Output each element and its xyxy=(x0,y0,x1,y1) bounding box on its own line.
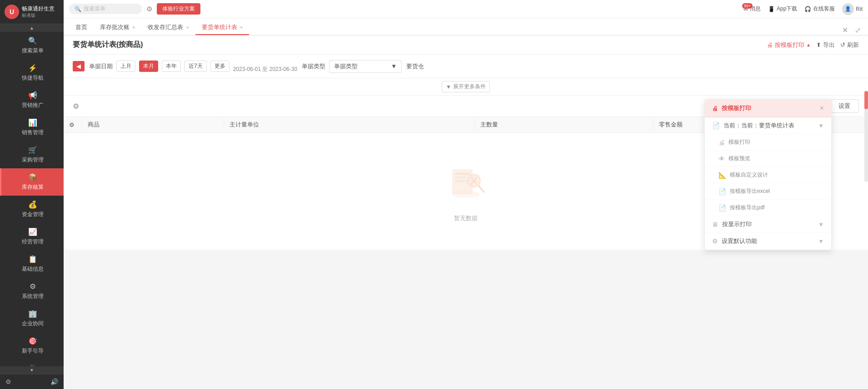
expand-conditions-btn[interactable]: ▼ 展开更多条件 xyxy=(442,81,490,92)
settings-col-btn[interactable]: 设置 xyxy=(830,99,859,113)
tab-order-stats-close[interactable]: × xyxy=(240,25,243,30)
template-export-pdf-item[interactable]: 📄 按模板导出pdf xyxy=(705,200,831,216)
print-template-btn[interactable]: 🖨 按模板打印 ▲ xyxy=(767,41,811,49)
print-menu-close-btn[interactable]: × xyxy=(820,104,824,112)
date-this-year-btn[interactable]: 本年 xyxy=(162,61,181,72)
trial-btn[interactable]: 体验行业方案 xyxy=(157,3,200,15)
sidebar-item-guide[interactable]: 🎯 新手引导 xyxy=(0,332,64,359)
print-dropdown-title: 🖨 按模板打印 xyxy=(712,104,751,112)
sidebar-item-enterprise[interactable]: 🏢 企业协同 xyxy=(0,305,64,332)
refresh-btn[interactable]: ↺ 刷新 xyxy=(840,41,859,49)
tab-home[interactable]: 首页 xyxy=(69,20,94,35)
topbar: 🔍 搜索菜单 ⚙ 体验行业方案 ✉ 99+ 消息 📱 App下载 🎧 在线客服 xyxy=(64,0,868,18)
svg-rect-3 xyxy=(455,177,466,178)
sidebar-item-quick-nav[interactable]: ⚡ 快捷导航 xyxy=(0,59,64,86)
sidebar-item-system[interactable]: ⚙ 系统管理 xyxy=(0,278,64,305)
sidebar-item-label: 资金管理 xyxy=(22,211,44,218)
print-template-label: 按模板打印 xyxy=(775,41,804,49)
template-print-icon: 🖨 xyxy=(718,139,725,146)
finance-icon: 💰 xyxy=(28,200,37,209)
phone-icon: 📱 xyxy=(768,6,775,12)
sidebar-scroll-up[interactable]: ▲ xyxy=(0,24,64,32)
tab-receipts-close[interactable]: × xyxy=(186,25,189,30)
online-service-btn[interactable]: 🎧 在线客服 xyxy=(804,5,835,13)
app-name: 畅康通好生意 xyxy=(22,5,55,13)
template-export-excel-label: 按模板导出excel xyxy=(730,187,770,195)
maximize-tab-btn[interactable]: ⤢ xyxy=(853,26,863,35)
template-preview-label: 模板预览 xyxy=(728,155,750,162)
sidebar-item-label: 销售管理 xyxy=(22,129,44,136)
app-version: 标准版 xyxy=(22,12,55,18)
template-custom-item[interactable]: 📐 模板自定义设计 xyxy=(705,167,831,183)
sidebar-item-inventory[interactable]: 📦 库存核算 xyxy=(0,168,64,196)
template-print-label: 模板打印 xyxy=(728,138,750,146)
refresh-icon: ↺ xyxy=(840,41,845,48)
expand-icon: ▼ xyxy=(446,84,451,90)
user-avatar-btn[interactable]: 👤 Rit xyxy=(842,3,863,15)
sidebar-item-label: 营销推广 xyxy=(22,101,44,109)
export-btn[interactable]: ⬆ 导出 xyxy=(816,41,835,49)
app-download-btn[interactable]: 📱 App下载 xyxy=(768,5,797,13)
tab-batch[interactable]: 库存批次账 × xyxy=(94,20,141,35)
display-print-item[interactable]: 🖥 按显示打印 ▼ xyxy=(705,216,831,233)
close-all-tabs-btn[interactable]: × xyxy=(839,25,851,35)
sidebar-item-marketing[interactable]: 📢 营销推广 xyxy=(0,86,64,114)
inventory-icon: 📦 xyxy=(28,173,37,182)
tab-order-stats[interactable]: 要货单统计表 × xyxy=(195,20,249,35)
operations-icon: 📈 xyxy=(28,227,37,236)
gear-settings-icon[interactable]: ⚙ xyxy=(73,102,79,111)
sidebar-item-app-center[interactable]: 📱 应用中心 xyxy=(0,359,64,366)
tab-batch-close[interactable]: × xyxy=(132,25,135,30)
sidebar-item-sales[interactable]: 📊 销售管理 xyxy=(0,114,64,141)
tab-receipts[interactable]: 收发存汇总表 × xyxy=(141,20,195,35)
date-last-month-btn[interactable]: 上月 xyxy=(116,61,135,72)
sidebar-item-label: 快捷导航 xyxy=(22,74,44,82)
template-print-item[interactable]: 🖨 模板打印 xyxy=(705,134,831,151)
app-download-label: App下载 xyxy=(777,5,797,13)
avatar: 👤 xyxy=(842,3,854,15)
tab-order-stats-label: 要货单统计表 xyxy=(202,23,237,31)
date-last-7-days-btn[interactable]: 近7天 xyxy=(185,61,207,72)
sidebar-item-basic-info[interactable]: 📋 基础信息 xyxy=(0,250,64,278)
settings-footer-icon[interactable]: ⚙ xyxy=(5,378,11,385)
basic-info-icon: 📋 xyxy=(28,255,37,263)
topbar-gear-icon[interactable]: ⚙ xyxy=(146,5,152,13)
template-preview-item[interactable]: 👁 模板预览 xyxy=(705,151,831,167)
sidebar-item-label: 采购管理 xyxy=(22,156,44,164)
search-icon: 🔍 xyxy=(28,36,37,45)
sidebar-item-label: 基础信息 xyxy=(22,265,44,273)
export-icon: ⬆ xyxy=(816,41,821,48)
template-custom-icon: 📐 xyxy=(718,172,726,179)
order-type-dropdown[interactable]: 单据类型 ▼ xyxy=(329,60,402,73)
print-dropdown-header: 🖨 按模板打印 × xyxy=(705,100,831,117)
sound-footer-icon[interactable]: 🔊 xyxy=(50,378,58,385)
default-func-icon: ⚙ xyxy=(712,237,718,245)
svg-rect-4 xyxy=(455,180,468,182)
right-scrollbar[interactable] xyxy=(864,91,868,182)
print-current-template-item[interactable]: 📄 当前： 当前：要货单统计表 ▼ xyxy=(705,117,831,134)
select-all-icon[interactable]: ⚙ xyxy=(69,121,75,128)
sidebar-item-operations[interactable]: 📈 经营管理 xyxy=(0,223,64,250)
col-quantity: 主数量 xyxy=(475,117,653,133)
date-this-month-btn[interactable]: 本月 xyxy=(139,61,158,72)
topbar-search[interactable]: 🔍 搜索菜单 xyxy=(69,4,142,14)
page-header-actions: 🖨 按模板打印 ▲ ⬆ 导出 ↺ 刷新 xyxy=(767,41,859,49)
sidebar-scroll-down[interactable]: ▼ xyxy=(0,366,64,374)
sidebar-item-label: 企业协同 xyxy=(22,320,44,328)
current-template-value: 当前：要货单统计表 xyxy=(741,121,794,130)
sidebar-item-search[interactable]: 🔍 搜索菜单 xyxy=(0,32,64,59)
current-template-label: 当前： xyxy=(723,121,741,130)
collapse-filter-btn[interactable]: ◀ xyxy=(73,61,85,71)
template-export-excel-item[interactable]: 📄 按模板导出excel xyxy=(705,183,831,200)
print-dropdown-arrow: ▲ xyxy=(806,42,811,47)
sidebar-item-purchase[interactable]: 🛒 采购管理 xyxy=(0,141,64,168)
default-func-item[interactable]: ⚙ 设置默认功能 ▼ xyxy=(705,233,831,250)
expand-label: 展开更多条件 xyxy=(453,83,486,91)
app-logo: U 畅康通好生意 标准版 xyxy=(0,0,64,24)
messages-btn[interactable]: ✉ 99+ 消息 xyxy=(743,5,761,13)
col-product: 商品 xyxy=(82,117,224,133)
sidebar-item-finance[interactable]: 💰 资金管理 xyxy=(0,196,64,223)
print-dropdown-menu: 🖨 按模板打印 × 📄 当前： 当前：要货单统计表 ▼ 🖨 模板打印 xyxy=(704,99,832,250)
marketing-icon: 📢 xyxy=(28,91,37,100)
date-more-btn[interactable]: 更多 xyxy=(210,61,229,72)
